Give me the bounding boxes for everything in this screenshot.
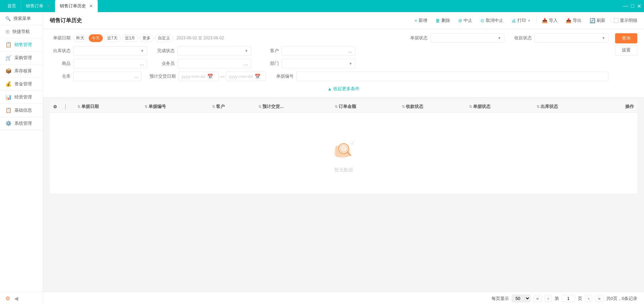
product-input[interactable]: ... bbox=[73, 59, 147, 68]
sidebar-item-operations-label: 经营管理 bbox=[14, 94, 32, 100]
export-button[interactable]: 📤 导出 bbox=[563, 16, 584, 25]
delete-button[interactable]: 🗑 删除 bbox=[433, 16, 453, 25]
delivery-date-to[interactable]: yyyy-mm-dd 📅 bbox=[226, 72, 266, 81]
bill-no-input[interactable] bbox=[296, 72, 608, 81]
payment-status-select[interactable]: ▼ bbox=[534, 33, 608, 43]
sidebar-item-quick-nav[interactable]: ⊞ 快捷导航 bbox=[0, 25, 43, 38]
print-button[interactable]: 🖨 打印 ▼ bbox=[509, 16, 533, 25]
sidebar-item-operations[interactable]: 📊 经营管理 bbox=[0, 91, 43, 104]
sidebar-item-purchase-mgmt[interactable]: 🛒 采购管理 bbox=[0, 51, 43, 65]
per-page-label: 每页显示 bbox=[491, 296, 509, 302]
empty-state: 暂无数据 bbox=[50, 113, 637, 193]
th-order-amount[interactable]: ⇅ 订单金额 bbox=[331, 101, 398, 113]
chip-1month[interactable]: 近1月 bbox=[122, 34, 138, 42]
per-page-select[interactable]: 50 10 20 100 bbox=[512, 295, 530, 302]
sort-customer[interactable]: ⇅ 客户 bbox=[212, 104, 252, 110]
th-bill-status[interactable]: ⇅ 单据状态 bbox=[466, 101, 533, 113]
warehouse-field[interactable] bbox=[76, 74, 133, 79]
sort-ship-status[interactable]: ⇅ 出库状态 bbox=[536, 104, 597, 110]
next-page-button[interactable]: › bbox=[585, 295, 592, 302]
tab-home[interactable]: 首页 bbox=[3, 0, 21, 12]
export-label: 导出 bbox=[573, 17, 582, 24]
collapse-icon: ▲ bbox=[328, 86, 332, 91]
sidebar-item-inventory[interactable]: 📦 库存核算 bbox=[0, 65, 43, 78]
sort-bill-status[interactable]: ⇅ 单据状态 bbox=[469, 104, 529, 110]
filter-row-2: 出库状态 ▼ 完成状态 ▼ 客户 ... bbox=[50, 46, 608, 55]
bill-status-select[interactable]: ▼ bbox=[430, 33, 504, 43]
chip-today[interactable]: 今天 bbox=[89, 34, 103, 42]
minimize-icon[interactable]: — bbox=[623, 3, 628, 9]
sort-bill-no[interactable]: ⇅ 单据编号 bbox=[144, 104, 205, 110]
th-bill-date[interactable]: ⇅ 单据日期 bbox=[74, 101, 141, 113]
sidebar-item-finance[interactable]: 💰 资金管理 bbox=[0, 78, 43, 91]
stop-button[interactable]: ⊘ 中止 bbox=[456, 16, 475, 25]
last-page-button[interactable]: » bbox=[595, 295, 603, 302]
query-button[interactable]: 查询 bbox=[615, 33, 637, 43]
chip-yesterday[interactable]: 昨天 bbox=[73, 34, 87, 42]
cancel-stop-button[interactable]: ⊙ 取消中止 bbox=[478, 16, 506, 25]
delivery-date-from[interactable]: yyyy-mm-dd 📅 bbox=[178, 72, 219, 81]
tab-sales-history-close[interactable]: ✕ bbox=[89, 4, 93, 8]
product-browse-icon[interactable]: ... bbox=[140, 61, 144, 67]
print-label: 打印 bbox=[517, 17, 526, 24]
sort-delivery-date[interactable]: ⇅ 预计交货... bbox=[258, 104, 328, 110]
warehouse-browse-icon[interactable]: ... bbox=[134, 73, 138, 79]
prev-page-button[interactable]: ‹ bbox=[545, 295, 552, 302]
display-checkbox[interactable] bbox=[614, 18, 618, 23]
customer-browse-icon[interactable]: ... bbox=[348, 48, 352, 54]
chip-7days[interactable]: 近7天 bbox=[104, 34, 121, 42]
customer-field[interactable] bbox=[285, 48, 347, 53]
sidebar-item-system[interactable]: ⚙️ 系统管理 bbox=[0, 117, 43, 130]
first-page-button[interactable]: « bbox=[533, 295, 542, 302]
th-ship-status[interactable]: ⇅ 出库状态 bbox=[533, 101, 600, 113]
salesperson-input[interactable]: ... bbox=[177, 59, 251, 68]
th-settings[interactable]: ⚙ bbox=[50, 101, 62, 113]
sidebar-search[interactable]: 🔍 搜索菜单 bbox=[0, 12, 43, 25]
maximize-icon[interactable]: □ bbox=[631, 3, 634, 9]
import-button[interactable]: 📥 导入 bbox=[539, 16, 560, 25]
sidebar-item-basic-info[interactable]: 📋 基础信息 bbox=[0, 104, 43, 117]
collapse-filter-btn[interactable]: ▲ 收起更多条件 bbox=[50, 84, 637, 93]
tab-sales-order-close[interactable]: ✕ bbox=[47, 4, 50, 8]
sort-payment-status[interactable]: ⇅ 收款状态 bbox=[402, 104, 462, 110]
chip-custom[interactable]: 自定义 bbox=[155, 34, 173, 42]
sidebar-settings-icon[interactable]: ⚙ bbox=[5, 295, 10, 302]
set-button[interactable]: 设置 bbox=[615, 45, 637, 55]
display-toggle[interactable]: 显示明细 bbox=[614, 17, 637, 24]
sidebar-collapse-icon[interactable]: ◀ bbox=[14, 295, 18, 302]
sidebar-item-sales-mgmt[interactable]: 📋 销售管理 bbox=[0, 38, 43, 51]
product-field[interactable] bbox=[76, 61, 138, 66]
dept-select[interactable]: ▼ bbox=[282, 59, 355, 68]
th-payment-status[interactable]: ⇅ 收款状态 bbox=[398, 101, 466, 113]
th-customer[interactable]: ⇅ 客户 bbox=[209, 101, 255, 113]
cancel-stop-icon: ⊙ bbox=[480, 18, 484, 23]
select-all-checkbox[interactable] bbox=[65, 104, 66, 110]
gear-icon[interactable]: ⚙ bbox=[53, 104, 57, 109]
bill-no-field[interactable] bbox=[299, 74, 605, 79]
th-checkbox[interactable] bbox=[62, 101, 74, 113]
sort-bill-date[interactable]: ⇅ 单据日期 bbox=[77, 104, 138, 110]
customer-input[interactable]: ... bbox=[282, 46, 355, 55]
sidebar-item-purchase-label: 采购管理 bbox=[14, 55, 32, 61]
th-delivery-date[interactable]: ⇅ 预计交货... bbox=[255, 101, 331, 113]
empty-illustration bbox=[327, 133, 360, 163]
new-button[interactable]: + 新增 bbox=[412, 16, 430, 25]
calendar-from-icon[interactable]: 📅 bbox=[207, 74, 213, 79]
delivery-date-range: yyyy-mm-dd 📅 — yyyy-mm-dd 📅 bbox=[178, 72, 266, 81]
close-icon[interactable]: ✕ bbox=[637, 3, 641, 9]
chip-more[interactable]: 更多 bbox=[139, 34, 154, 42]
warehouse-input[interactable]: ... bbox=[73, 72, 141, 81]
ship-status-select[interactable]: ▼ bbox=[73, 46, 147, 55]
current-page-input[interactable] bbox=[562, 295, 575, 302]
salesperson-browse-icon[interactable]: ... bbox=[244, 61, 248, 67]
complete-status-select[interactable]: ▼ bbox=[177, 46, 251, 55]
th-bill-no[interactable]: ⇅ 单据编号 bbox=[141, 101, 208, 113]
calendar-to-icon[interactable]: 📅 bbox=[255, 74, 260, 79]
refresh-button[interactable]: 🔄 刷新 bbox=[587, 16, 608, 25]
th-payment-status-label: 收款状态 bbox=[406, 104, 423, 110]
tab-sales-history[interactable]: 销售订单历史 ✕ bbox=[55, 0, 98, 12]
tab-sales-order[interactable]: 销售订单 ✕ bbox=[21, 0, 55, 12]
salesperson-field[interactable] bbox=[180, 61, 243, 66]
th-delivery-date-label: 预计交货... bbox=[262, 104, 284, 110]
sort-order-amount[interactable]: ⇅ 订单金额 bbox=[335, 104, 395, 110]
